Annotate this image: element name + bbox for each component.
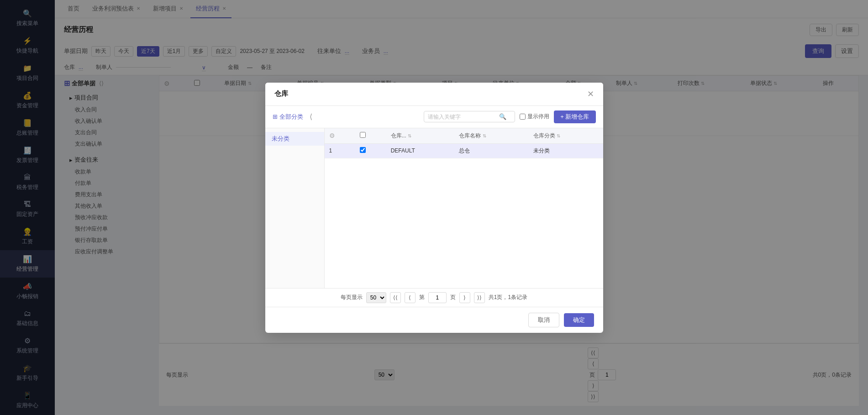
modal-page-suffix: 页 bbox=[450, 294, 456, 301]
warehouse-table: ⚙ 仓库... ⇅ 仓库名称 ⇅ 仓库分类 ⇅ 1 DEFAULT 总仓 bbox=[325, 128, 603, 158]
modal-search-box: 🔍 bbox=[424, 111, 515, 122]
modal-close-button[interactable]: ✕ bbox=[587, 89, 594, 99]
wh-row-name: 总仓 bbox=[454, 143, 529, 158]
modal-search-input[interactable] bbox=[428, 114, 496, 120]
show-disabled-checkbox[interactable] bbox=[520, 114, 526, 120]
modal-last-page[interactable]: ⟩⟩ bbox=[474, 292, 485, 303]
all-category-btn[interactable]: ⊞ 全部分类 bbox=[273, 113, 303, 121]
grid-icon2: ⊞ bbox=[273, 113, 278, 120]
collapse-left-btn[interactable]: ⟨ bbox=[310, 112, 312, 121]
modal-confirm-button[interactable]: 确定 bbox=[564, 313, 594, 327]
modal-toolbar: ⊞ 全部分类 ⟨ 🔍 显示停用 + 新增仓库 bbox=[265, 106, 603, 128]
wh-select-all[interactable] bbox=[360, 132, 366, 138]
add-warehouse-button[interactable]: + 新增仓库 bbox=[554, 110, 595, 123]
modal-right-content: ⚙ 仓库... ⇅ 仓库名称 ⇅ 仓库分类 ⇅ 1 DEFAULT 总仓 bbox=[325, 128, 603, 288]
wh-row-category: 未分类 bbox=[529, 143, 603, 158]
modal-cancel-button[interactable]: 取消 bbox=[528, 313, 559, 327]
modal-left-nav: 未分类 bbox=[265, 128, 325, 288]
modal-first-page[interactable]: ⟨⟨ bbox=[390, 292, 401, 303]
modal-page-input[interactable] bbox=[428, 292, 447, 303]
modal-toolbar-left: ⊞ 全部分类 ⟨ bbox=[273, 112, 312, 121]
modal-next-page[interactable]: ⟩ bbox=[459, 292, 470, 303]
modal-prev-page[interactable]: ⟨ bbox=[405, 292, 416, 303]
warehouse-row[interactable]: 1 DEFAULT 总仓 未分类 bbox=[325, 143, 603, 158]
modal-toolbar-right: 🔍 显示停用 + 新增仓库 bbox=[424, 110, 595, 123]
wh-row-checkbox[interactable] bbox=[355, 143, 386, 158]
modal-title: 仓库 bbox=[274, 89, 288, 98]
search-icon2: 🔍 bbox=[499, 113, 506, 120]
modal-page-label: 第 bbox=[419, 294, 425, 301]
modal-per-page-label: 每页显示 bbox=[341, 294, 363, 301]
wh-row-check[interactable] bbox=[360, 147, 366, 153]
wh-col-settings[interactable]: ⚙ bbox=[325, 128, 356, 144]
modal-overlay: 仓库 ✕ ⊞ 全部分类 ⟨ 🔍 显示停用 + 新 bbox=[0, 0, 868, 415]
modal-left-uncat[interactable]: 未分类 bbox=[265, 132, 324, 146]
wh-col-code[interactable]: 仓库... ⇅ bbox=[386, 128, 455, 144]
wh-row-num: 1 bbox=[325, 143, 356, 158]
modal-pagination: 每页显示 50 ⟨⟨ ⟨ 第 页 ⟩ ⟩⟩ 共1页，1条记录 bbox=[265, 288, 603, 307]
modal-footer: 取消 确定 bbox=[265, 307, 603, 333]
wh-col-category[interactable]: 仓库分类 ⇅ bbox=[529, 128, 603, 144]
warehouse-modal: 仓库 ✕ ⊞ 全部分类 ⟨ 🔍 显示停用 + 新 bbox=[265, 83, 603, 333]
modal-body: 未分类 ⚙ 仓库... ⇅ 仓库名称 ⇅ 仓库分类 ⇅ bbox=[265, 128, 603, 288]
modal-per-page-select[interactable]: 50 bbox=[366, 292, 386, 303]
wh-col-name[interactable]: 仓库名称 ⇅ bbox=[454, 128, 529, 144]
modal-total-info: 共1页，1条记录 bbox=[489, 294, 527, 301]
show-disabled-label[interactable]: 显示停用 bbox=[520, 113, 549, 121]
modal-header: 仓库 ✕ bbox=[265, 83, 603, 106]
wh-row-code: DEFAULT bbox=[386, 143, 455, 158]
wh-col-checkbox[interactable] bbox=[355, 128, 386, 144]
